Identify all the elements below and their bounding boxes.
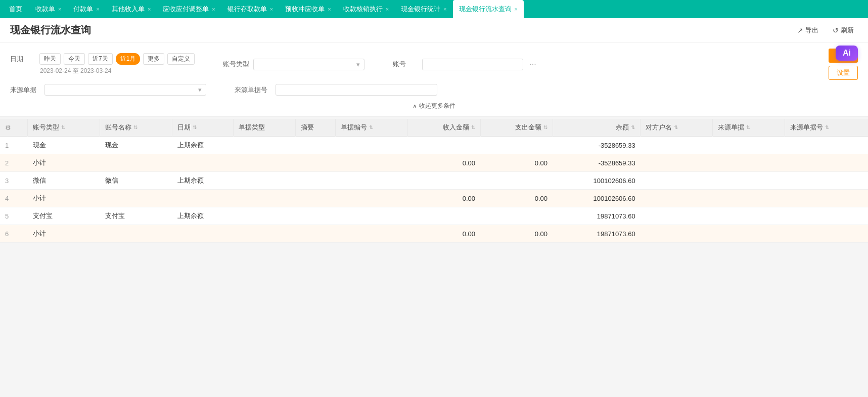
table-row[interactable]: 3微信微信上期余额100102606.60 [0, 172, 868, 190]
filter-row-2: 来源单据 ▾ 来源单据号 [10, 84, 858, 96]
source-doc-select[interactable]: ▾ [44, 84, 206, 96]
nav-home[interactable]: 首页 [2, 0, 29, 18]
close-icon[interactable]: × [443, 0, 446, 18]
sort-icon: ⇅ [674, 125, 678, 130]
close-icon[interactable]: × [270, 0, 273, 18]
date-btn-yesterday[interactable]: 昨天 [39, 53, 61, 65]
col-gear[interactable]: ⚙ [0, 119, 28, 137]
data-table: ⚙ 账号类型 ⇅ 账号名称 ⇅ 日期 [0, 119, 868, 243]
collapse-bar[interactable]: ∧ 收起更多条件 [10, 100, 858, 113]
chevron-down-icon-2: ▾ [198, 86, 202, 94]
ai-badge[interactable]: Ai [836, 46, 858, 61]
export-button[interactable]: ↗ 导出 [793, 24, 823, 37]
date-btn-today[interactable]: 今天 [64, 53, 85, 65]
nav-item-1[interactable]: 付款单 × [67, 0, 105, 18]
col-account-type[interactable]: 账号类型 ⇅ [28, 119, 100, 137]
page-header: 现金银行流水查询 ↗ 导出 ↺ 刷新 [0, 18, 868, 42]
table-row[interactable]: 6小计0.000.0019871073.60 [0, 225, 868, 243]
source-doc-num-label: 来源单据号 [235, 85, 267, 95]
col-balance[interactable]: 余额 ⇅ [553, 119, 641, 137]
account-type-label: 账号类型 [223, 60, 249, 69]
col-account-name[interactable]: 账号名称 ⇅ [100, 119, 172, 137]
close-icon[interactable]: × [96, 0, 99, 18]
header-actions: ↗ 导出 ↺ 刷新 [793, 24, 858, 37]
top-navigation: 首页 收款单 × 付款单 × 其他收入单 × 应收应付调整单 × 银行存取款单 … [0, 0, 868, 18]
nav-item-4[interactable]: 银行存取款单 × [221, 0, 279, 18]
nav-item-8[interactable]: 现金银行流水查询 × [453, 0, 524, 18]
settings-icon[interactable]: ⚙ [5, 124, 11, 131]
sort-icon: ⇅ [133, 125, 138, 130]
table-header-row: ⚙ 账号类型 ⇅ 账号名称 ⇅ 日期 [0, 119, 868, 137]
filter-area: 日期 昨天 今天 近7天 近1月 更多 自定义 2023-02-24 至 202… [0, 42, 868, 117]
sort-icon: ⇅ [369, 125, 373, 130]
sort-icon: ⇅ [471, 125, 475, 130]
page-title: 现金银行流水查询 [10, 23, 91, 37]
nav-item-3[interactable]: 应收应付调整单 × [157, 0, 221, 18]
sort-icon: ⇅ [825, 125, 829, 130]
close-icon[interactable]: × [386, 0, 389, 18]
col-doc-type[interactable]: 单据类型 [234, 119, 296, 137]
col-counterpart[interactable]: 对方户名 ⇅ [641, 119, 713, 137]
export-icon: ↗ [797, 26, 803, 34]
sort-icon: ⇅ [61, 125, 65, 130]
table-row[interactable]: 1现金现金上期余额-3528659.33 [0, 137, 868, 154]
table-row[interactable]: 4小计0.000.00100102606.60 [0, 190, 868, 207]
close-icon[interactable]: × [212, 0, 215, 18]
sort-icon: ⇅ [193, 125, 197, 130]
sort-icon: ⇅ [543, 125, 547, 130]
col-income[interactable]: 收入金额 ⇅ [408, 119, 480, 137]
sort-icon: ⇅ [746, 125, 750, 130]
sort-icon: ⇅ [631, 125, 635, 130]
close-icon[interactable]: × [58, 0, 61, 18]
account-label: 账号 [393, 60, 418, 69]
col-date[interactable]: 日期 ⇅ [172, 119, 234, 137]
nav-item-0[interactable]: 收款单 × [29, 0, 67, 18]
chevron-down-icon: ▾ [356, 61, 360, 68]
nav-item-7[interactable]: 现金银行统计 × [395, 0, 452, 18]
date-range-text: 2023-02-24 至 2023-03-24 [40, 67, 111, 74]
account-input[interactable] [422, 59, 523, 70]
date-btn-1month[interactable]: 近1月 [116, 53, 141, 65]
collapse-icon: ∧ [413, 103, 417, 110]
close-icon[interactable]: × [148, 0, 151, 18]
collapse-label: 收起更多条件 [419, 102, 455, 110]
col-source-doc[interactable]: 来源单据 ⇅ [713, 119, 785, 137]
filter-row-1: 日期 昨天 今天 近7天 近1月 更多 自定义 2023-02-24 至 202… [10, 49, 858, 80]
date-label: 日期 [10, 55, 35, 64]
col-summary[interactable]: 摘要 [296, 119, 336, 137]
close-icon[interactable]: × [515, 0, 518, 18]
refresh-icon: ↺ [833, 26, 839, 34]
table-container: ⚙ 账号类型 ⇅ 账号名称 ⇅ 日期 [0, 119, 868, 243]
col-doc-number[interactable]: 单据编号 ⇅ [336, 119, 408, 137]
table-row[interactable]: 5支付宝支付宝上期余额19871073.60 [0, 207, 868, 225]
close-icon[interactable]: × [328, 0, 331, 18]
date-btn-7days[interactable]: 近7天 [88, 53, 113, 65]
nav-item-6[interactable]: 收款核销执行 × [337, 0, 395, 18]
nav-item-2[interactable]: 其他收入单 × [106, 0, 157, 18]
source-doc-num-input[interactable] [276, 84, 437, 96]
date-btn-more[interactable]: 更多 [143, 53, 164, 65]
settings-button[interactable]: 设置 [829, 66, 858, 80]
nav-item-5[interactable]: 预收冲应收单 × [279, 0, 337, 18]
source-doc-label: 来源单据 [10, 85, 36, 95]
col-source-doc-num[interactable]: 来源单据号 ⇅ [785, 119, 868, 137]
more-options-icon[interactable]: ··· [527, 60, 538, 69]
date-btn-custom[interactable]: 自定义 [167, 53, 195, 65]
account-type-select[interactable]: ▾ [253, 59, 364, 70]
refresh-button[interactable]: ↺ 刷新 [829, 24, 858, 37]
col-expense[interactable]: 支出金额 ⇅ [480, 119, 553, 137]
date-options: 昨天 今天 近7天 近1月 更多 自定义 [39, 53, 195, 65]
table-row[interactable]: 2小计0.000.00-3528659.33 [0, 154, 868, 172]
